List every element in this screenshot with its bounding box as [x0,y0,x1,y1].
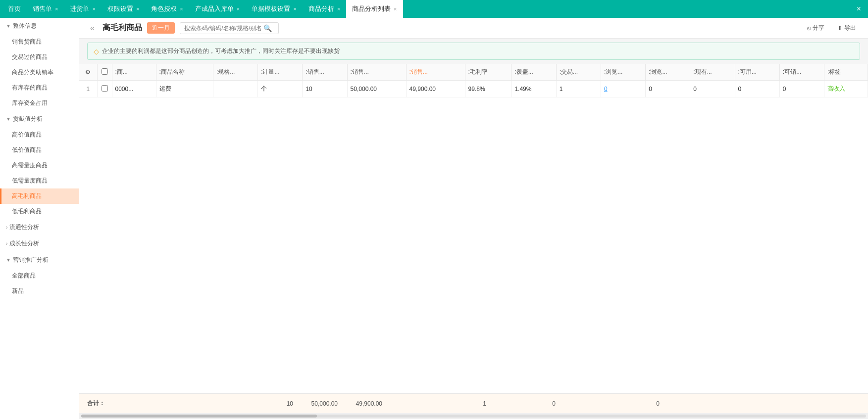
sidebar: ▼ 整体信息 销售货商品 交易过的商品 商品分类助销率 有库存的商品 库存资金占… [0,18,79,419]
col-available[interactable]: :可用... [735,64,779,81]
col-sales-profit[interactable]: :销售... [406,64,465,81]
cell-trade-count: 1 [556,81,601,97]
row-checkbox[interactable] [97,81,112,97]
tab-home[interactable]: 首页 [2,0,27,18]
search-icon[interactable]: 🔍 [263,24,272,32]
arrow-icon: ▼ [6,23,11,29]
tab-template[interactable]: 单据模板设置 × [246,0,302,18]
footer-label: 合计： [87,399,105,408]
sidebar-section-finance[interactable]: ▼ 贡献值分析 [0,111,79,127]
sidebar-section-flow[interactable]: › 流通性分析 [0,219,79,235]
content-area: « 高毛利商品 近一月 🔍 ⎋ 分享 ⬆ 导出 ◇ 企业的主要的利润都是这部分商… [79,18,868,419]
tab-product-import[interactable]: 产成品入库单 × [189,0,246,18]
row-num: 1 [79,81,97,97]
footer-sales-amount: 50,000.00 [296,400,341,407]
sidebar-item-inventory-goods[interactable]: 有库存的商品 [0,80,79,95]
tab-role-permission[interactable]: 角色授权 × [145,0,189,18]
col-sales-amount[interactable]: :销售... [347,64,406,81]
footer-coverage-spacer [420,400,455,407]
footer-spacer-5 [232,400,266,407]
col-trade-count[interactable]: :交易... [556,64,601,81]
col-browse2[interactable]: :浏览... [646,64,690,81]
sidebar-section-growth[interactable]: › 成长性分析 [0,235,79,252]
sidebar-item-new-goods[interactable]: 新品 [0,283,79,299]
col-margin-rate[interactable]: :毛利率 [465,64,511,81]
arrow-icon: ▼ [6,116,11,122]
footer-spacer-1 [115,400,133,407]
scrollbar-track[interactable] [81,415,866,418]
col-current-stock[interactable]: :现有... [690,64,735,81]
scrollbar-thumb[interactable] [81,415,317,418]
info-icon: ◇ [94,47,99,55]
cell-available: 0 [735,81,779,97]
tab-product-analysis-list[interactable]: 商品分析列表 × [346,0,403,18]
share-button[interactable]: ⎋ 分享 [803,22,828,34]
footer-spacer-3 [148,400,182,407]
col-checkbox[interactable] [97,64,112,81]
data-table-wrapper[interactable]: ⚙ :商... :商品名称 :规格... :计量... :销售... :销售..… [79,64,868,393]
col-coverage[interactable]: :覆盖... [511,64,556,81]
footer-browse1-spacer [489,400,524,407]
col-sales-qty[interactable]: :销售... [303,64,347,81]
sidebar-item-high-margin[interactable]: 高毛利商品 [0,188,79,204]
sidebar-section-overall[interactable]: ▼ 整体信息 [0,18,79,34]
col-unit[interactable]: :计量... [258,64,303,81]
select-all-checkbox[interactable] [102,68,108,75]
table-row: 1 0000... 运费 个 10 50,000.00 49,900.00 99… [79,81,868,97]
footer-sales-profit: 49,900.00 [341,400,385,407]
sidebar-item-all-goods[interactable]: 全部商品 [0,268,79,283]
cell-browse1[interactable]: 0 [601,81,645,97]
col-tag[interactable]: :标签 [824,64,868,81]
col-browse1[interactable]: :浏览... [601,64,645,81]
sidebar-item-inventory-ratio[interactable]: 库存资金占用 [0,95,79,111]
col-sellable[interactable]: :可销... [779,64,824,81]
filter-period-button[interactable]: 近一月 [147,22,175,34]
tab-permission-set[interactable]: 权限设置 × [102,0,145,18]
footer-available-spacer [593,400,628,407]
tab-purchase[interactable]: 进货单 × [64,0,101,18]
sidebar-item-category-assist[interactable]: 商品分类助销率 [0,65,79,80]
close-tab-permission-set[interactable]: × [136,6,139,12]
col-settings[interactable]: ⚙ [79,64,97,81]
sidebar-item-low-margin[interactable]: 低毛利商品 [0,204,79,219]
arrow-icon: ▼ [6,257,11,263]
footer-trade-count: 1 [455,400,489,407]
cell-sales-qty: 10 [303,81,347,97]
footer-sellable: 0 [628,400,663,407]
collapse-sidebar-button[interactable]: « [87,23,98,34]
close-tab-product-analysis[interactable]: × [337,6,340,12]
main-layout: ▼ 整体信息 销售货商品 交易过的商品 商品分类助销率 有库存的商品 库存资金占… [0,18,868,419]
sidebar-item-sales-goods[interactable]: 销售货商品 [0,34,79,49]
col-code[interactable]: :商... [112,64,156,81]
top-navigation: 首页 销售单 × 进货单 × 权限设置 × 角色授权 × 产成品入库单 × 单据… [0,0,868,18]
sidebar-item-high-value[interactable]: 高价值商品 [0,127,79,142]
close-tab-product-analysis-list[interactable]: × [394,6,397,12]
search-box: 🔍 [180,22,279,34]
cell-browse2: 0 [646,81,690,97]
share-icon: ⎋ [807,25,811,32]
footer-bar: 合计： 10 50,000.00 49,900.00 1 0 0 [79,393,868,413]
sidebar-item-low-value[interactable]: 低价值商品 [0,142,79,158]
window-close-button[interactable]: × [852,4,866,13]
sidebar-item-high-freq[interactable]: 高需量度商品 [0,158,79,173]
sidebar-section-marketing[interactable]: ▼ 营销推广分析 [0,252,79,268]
sidebar-item-traded-goods[interactable]: 交易过的商品 [0,49,79,65]
sidebar-item-low-freq[interactable]: 低需量度商品 [0,173,79,188]
close-tab-role-permission[interactable]: × [180,6,183,12]
horizontal-scrollbar[interactable] [79,413,868,419]
close-tab-product-import[interactable]: × [237,6,240,12]
search-input[interactable] [184,25,263,32]
cell-current-stock: 0 [690,81,735,97]
col-name[interactable]: :商品名称 [156,64,213,81]
export-button[interactable]: ⬆ 导出 [833,22,860,34]
col-spec[interactable]: :规格... [213,64,257,81]
tab-sales[interactable]: 销售单 × [27,0,64,18]
close-tab-sales[interactable]: × [55,6,58,12]
cell-code: 0000... [112,81,156,97]
footer-current-stock-spacer [559,400,593,407]
arrow-icon: › [6,241,7,246]
data-table: ⚙ :商... :商品名称 :规格... :计量... :销售... :销售..… [79,64,868,97]
close-tab-template[interactable]: × [293,6,296,12]
tab-product-analysis[interactable]: 商品分析 × [303,0,346,18]
close-tab-purchase[interactable]: × [92,6,95,12]
